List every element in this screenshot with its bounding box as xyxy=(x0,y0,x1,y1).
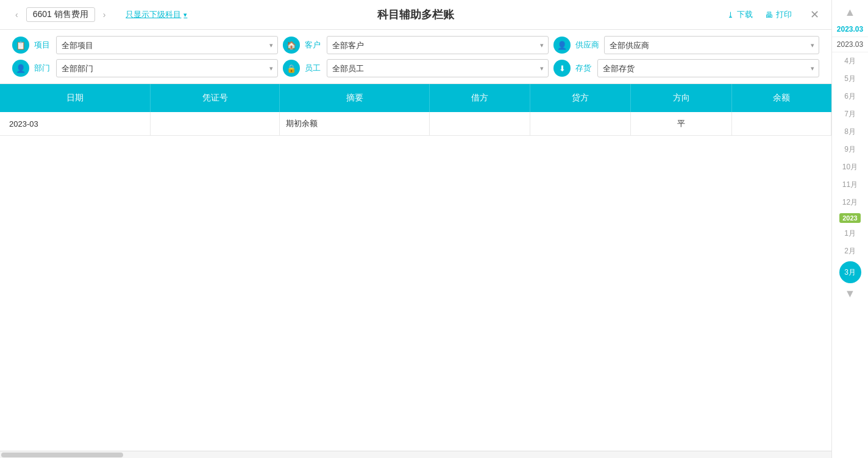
show-sub-label: 只显示下级科目 xyxy=(126,9,181,20)
employee-select[interactable]: 全部员工 xyxy=(327,59,549,77)
month-9[interactable]: 9月 xyxy=(832,141,868,158)
print-label: 打印 xyxy=(776,9,792,20)
inventory-select-wrapper: 全部存货 ▾ xyxy=(597,59,819,77)
show-sub-dropdown-arrow: ▾ xyxy=(183,11,187,19)
year-badge: 2023 xyxy=(839,213,860,223)
filter-group-customer: 🏠 客户 全部客户 ▾ xyxy=(283,36,549,54)
department-select[interactable]: 全部部门 xyxy=(56,59,278,77)
department-icon: 👤 xyxy=(12,60,29,77)
supplier-icon: 👤 xyxy=(553,37,571,54)
download-label: 下载 xyxy=(737,9,753,20)
customer-icon: 🏠 xyxy=(283,37,300,54)
cell-summary: 期初余额 xyxy=(280,112,430,136)
cell-credit xyxy=(530,112,631,136)
top-bar: ‹ 6601 销售费用 › 只显示下级科目 ▾ 科目辅助多栏账 ⤓ 下载 🖶 打… xyxy=(0,0,831,30)
cell-date: 2023-03 xyxy=(0,112,151,136)
month-2[interactable]: 2月 xyxy=(832,242,868,260)
employee-icon: 🔒 xyxy=(283,60,300,77)
month-11[interactable]: 11月 xyxy=(832,176,868,194)
month-8[interactable]: 8月 xyxy=(832,123,868,141)
filter-section: 📋 项目 全部项目 ▾ 🏠 客户 全部客户 ▾ xyxy=(0,30,831,84)
project-icon: 📋 xyxy=(12,37,29,54)
period-item-2[interactable]: 2023.03 xyxy=(832,37,868,52)
filter-group-project: 📋 项目 全部项目 ▾ xyxy=(12,36,278,54)
cell-balance xyxy=(731,112,831,136)
customer-label: 客户 xyxy=(305,40,322,51)
filter-group-supplier: 👤 供应商 全部供应商 ▾ xyxy=(553,36,819,54)
cell-debit xyxy=(430,112,530,136)
department-label: 部门 xyxy=(34,63,51,74)
inventory-icon: ⬇ xyxy=(553,60,571,77)
download-icon: ⤓ xyxy=(727,10,734,19)
month-3-active[interactable]: 3月 xyxy=(839,261,861,283)
supplier-select[interactable]: 全部供应商 xyxy=(604,36,819,54)
table-container: 日期 凭证号 摘要 借方 贷方 方向 余额 2023-03 期初余额 平 xyxy=(0,84,831,451)
right-sidebar: ▲ 2023.03 2023.03 4月 5月 6月 7月 8月 9月 10月 … xyxy=(831,0,868,458)
col-debit: 借方 xyxy=(430,84,530,112)
scrollbar-thumb[interactable] xyxy=(1,453,123,457)
month-5[interactable]: 5月 xyxy=(832,70,868,88)
account-nav: ‹ 6601 销售费用 › 只显示下级科目 ▾ xyxy=(12,7,187,22)
col-direction: 方向 xyxy=(631,84,731,112)
employee-select-wrapper: 全部员工 ▾ xyxy=(327,59,549,77)
show-sub-selector[interactable]: 只显示下级科目 ▾ xyxy=(126,9,187,20)
project-select[interactable]: 全部项目 xyxy=(56,36,278,54)
col-balance: 余额 xyxy=(731,84,831,112)
month-10[interactable]: 10月 xyxy=(832,158,868,176)
horizontal-scrollbar[interactable] xyxy=(0,451,831,458)
nav-prev-arrow[interactable]: ‹ xyxy=(12,9,21,21)
sidebar-up-button[interactable]: ▲ xyxy=(842,3,859,22)
col-credit: 贷方 xyxy=(530,84,631,112)
print-icon: 🖶 xyxy=(765,10,773,19)
department-select-wrapper: 全部部门 ▾ xyxy=(56,59,278,77)
page-title: 科目辅助多栏账 xyxy=(377,7,454,22)
project-select-wrapper: 全部项目 ▾ xyxy=(56,36,278,54)
data-table: 日期 凭证号 摘要 借方 贷方 方向 余额 2023-03 期初余额 平 xyxy=(0,84,831,136)
col-summary: 摘要 xyxy=(280,84,430,112)
month-7[interactable]: 7月 xyxy=(832,105,868,123)
supplier-select-wrapper: 全部供应商 ▾ xyxy=(604,36,819,54)
col-date: 日期 xyxy=(0,84,151,112)
table-row: 2023-03 期初余额 平 xyxy=(0,112,831,136)
filter-group-employee: 🔒 员工 全部员工 ▾ xyxy=(283,59,549,77)
project-label: 项目 xyxy=(34,40,51,51)
month-6[interactable]: 6月 xyxy=(832,88,868,105)
month-1[interactable]: 1月 xyxy=(832,225,868,242)
close-button[interactable]: ✕ xyxy=(810,8,819,21)
month-12[interactable]: 12月 xyxy=(832,194,868,211)
inventory-select[interactable]: 全部存货 xyxy=(597,59,819,77)
cell-voucher xyxy=(151,112,280,136)
print-button[interactable]: 🖶 打印 xyxy=(765,9,792,20)
cell-direction: 平 xyxy=(631,112,731,136)
month-4[interactable]: 4月 xyxy=(832,52,868,70)
employee-label: 员工 xyxy=(305,63,322,74)
customer-select[interactable]: 全部客户 xyxy=(327,36,549,54)
table-header-row: 日期 凭证号 摘要 借方 贷方 方向 余额 xyxy=(0,84,831,112)
download-button[interactable]: ⤓ 下载 xyxy=(727,9,753,20)
account-code[interactable]: 6601 销售费用 xyxy=(26,7,95,22)
col-voucher: 凭证号 xyxy=(151,84,280,112)
filter-group-inventory: ⬇ 存货 全部存货 ▾ xyxy=(553,59,819,77)
supplier-label: 供应商 xyxy=(575,40,599,51)
customer-select-wrapper: 全部客户 ▾ xyxy=(327,36,549,54)
top-actions: ⤓ 下载 🖶 打印 ✕ xyxy=(727,8,819,21)
period-item-1[interactable]: 2023.03 xyxy=(832,22,868,37)
inventory-label: 存货 xyxy=(575,63,592,74)
nav-next-arrow[interactable]: › xyxy=(100,9,109,21)
filter-group-department: 👤 部门 全部部门 ▾ xyxy=(12,59,278,77)
sidebar-down-button[interactable]: ▼ xyxy=(842,284,859,303)
